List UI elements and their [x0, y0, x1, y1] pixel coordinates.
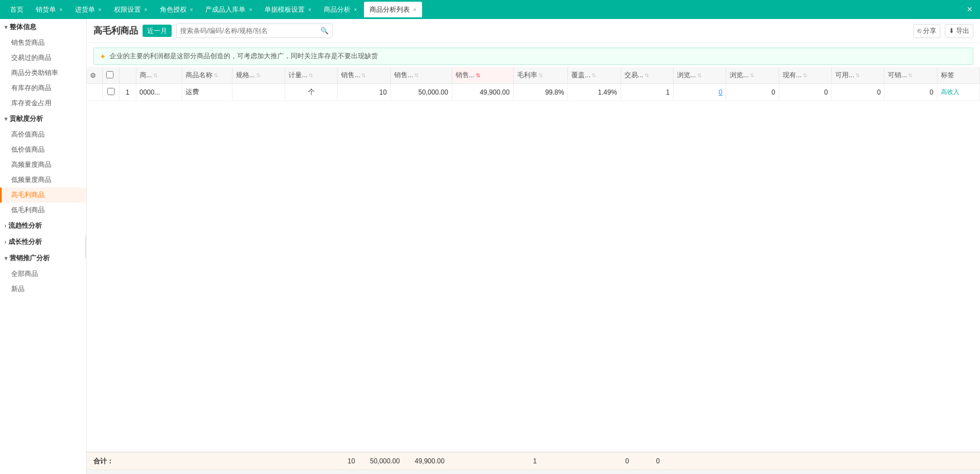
row-saleable: 0: [884, 84, 937, 101]
section-arrow-growth-analysis: ›: [4, 239, 6, 245]
sidebar-item-high-freq[interactable]: 高频量度商品: [0, 157, 86, 172]
sidebar-item-conversion-assist[interactable]: 商品分类助销率: [0, 65, 86, 81]
close-tab-permissions-icon[interactable]: ×: [144, 7, 148, 13]
sidebar-item-high-value[interactable]: 高价值商品: [0, 127, 86, 142]
sales-amount-col-header: 销售...⇅: [390, 67, 452, 84]
checkbox-col-header: [102, 67, 119, 84]
nav-tab-analysis[interactable]: 商品分析×: [318, 2, 363, 17]
search-input[interactable]: [180, 27, 318, 35]
content-area: 高毛利商品 近一月 🔍 ⎋ 分享 ⬇ 导出 ✦ 企业的主要的利润都是这部分商品创…: [87, 19, 980, 474]
tag-col-header: 标签: [937, 67, 979, 84]
tip-icon: ✦: [100, 52, 106, 61]
close-tab-analysis-list-icon[interactable]: ×: [413, 7, 416, 13]
row-sales-qty: 10: [338, 84, 390, 101]
nav-tab-analysis-list[interactable]: 商品分析列表×: [364, 2, 422, 17]
section-arrow-trend-analysis: ›: [4, 223, 6, 229]
sales-cost-col-header: 销售...⇅: [452, 67, 513, 84]
sidebar-section-growth-analysis[interactable]: ›成长性分析: [0, 234, 86, 250]
browse2-col-header: 浏览...⇅: [726, 67, 779, 84]
sidebar-item-inventory-capital[interactable]: 库存资金占用: [0, 96, 86, 111]
export-icon: ⬇: [949, 27, 954, 35]
sidebar-collapse-button[interactable]: «: [85, 236, 87, 258]
footer-sales-qty: 10: [328, 457, 358, 465]
sidebar-item-new-goods[interactable]: 新品: [0, 281, 86, 297]
sidebar-section-wealth-analysis[interactable]: ▾贡献度分析: [0, 111, 86, 127]
footer-label: 合计：: [93, 457, 136, 466]
row-tag: 高收入: [937, 84, 979, 101]
available-col-header: 可用...⇅: [832, 67, 884, 84]
row-browse2: 0: [726, 84, 779, 101]
row-unit: 个: [285, 84, 338, 101]
main-layout: « ▾整体信息销售货商品交易过的商品商品分类助销率有库存的商品库存资金占用▾贡献…: [0, 19, 980, 474]
sidebar-item-high-margin[interactable]: 高毛利商品: [0, 187, 86, 203]
info-banner: ✦ 企业的主要的利润都是这部分商品创造的，可考虑加大推广，同时关注库存是不要出现…: [93, 48, 973, 65]
nav-tab-sales[interactable]: 销货单×: [30, 2, 68, 17]
search-icon[interactable]: 🔍: [320, 27, 329, 35]
footer-sales-amount: 50,000.00: [358, 457, 403, 465]
close-tab-roles-icon[interactable]: ×: [190, 7, 193, 13]
section-arrow-overall: ▾: [4, 24, 7, 30]
export-button[interactable]: ⬇ 导出: [945, 24, 973, 38]
footer-trade: 1: [509, 457, 540, 465]
close-tab-analysis-icon[interactable]: ×: [354, 7, 357, 13]
row-spec: [232, 84, 285, 101]
section-arrow-wealth-analysis: ▾: [4, 116, 7, 122]
table-container: ⚙ 商...⇅ 商品名称⇅ 规格...⇅ 计量...⇅ 销售...⇅ 销售...…: [87, 67, 980, 452]
sidebar-section-marketing-analysis[interactable]: ▾营销推广分析: [0, 250, 86, 266]
nav-tab-permissions[interactable]: 权限设置×: [108, 2, 153, 17]
sidebar-item-low-value[interactable]: 低价值商品: [0, 142, 86, 157]
sidebar-item-low-freq[interactable]: 低频量度商品: [0, 172, 86, 187]
sidebar-item-all-goods[interactable]: 全部商品: [0, 266, 86, 281]
name-col-header: 商品名称⇅: [182, 67, 232, 84]
row-browse1[interactable]: 0: [673, 84, 726, 101]
close-all-button[interactable]: ×: [964, 4, 976, 15]
sidebar-item-inventory-goods[interactable]: 有库存的商品: [0, 81, 86, 96]
row-trade: 1: [621, 84, 673, 101]
row-select-checkbox[interactable]: [107, 88, 115, 95]
bottom-scrollbar: [87, 470, 980, 474]
close-tab-products-icon[interactable]: ×: [249, 7, 252, 13]
sidebar-item-traded-goods[interactable]: 交易过的商品: [0, 50, 86, 65]
row-code: 0000...: [136, 84, 182, 101]
footer-available: 0: [632, 457, 663, 465]
share-button[interactable]: ⎋ 分享: [913, 24, 940, 38]
footer-totals: 合计： 10 50,000.00 49,900.00 1 0 0: [87, 452, 980, 470]
row-sales-amount: 50,000.00: [390, 84, 452, 101]
sidebar-section-overall[interactable]: ▾整体信息: [0, 19, 86, 35]
nav-tab-roles[interactable]: 角色授权×: [154, 2, 199, 17]
code-col-header: 商...⇅: [136, 67, 182, 84]
sidebar-item-low-margin[interactable]: 低毛利商品: [0, 203, 86, 218]
sales-qty-col-header: 销售...⇅: [338, 67, 390, 84]
select-all-checkbox[interactable]: [106, 71, 113, 78]
top-navigation: 首页销货单×进货单×权限设置×角色授权×产成品入库单×单据模板设置×商品分析×商…: [0, 0, 980, 19]
close-tab-templates-icon[interactable]: ×: [308, 7, 311, 13]
row-settings[interactable]: [87, 84, 102, 101]
tag-badge: 高收入: [941, 88, 959, 95]
row-name: 运费: [182, 84, 232, 101]
footer-values: 10 50,000.00 49,900.00 1 0 0: [136, 457, 973, 465]
nav-tab-purchase[interactable]: 进货单×: [69, 2, 107, 17]
time-filter-button[interactable]: 近一月: [143, 25, 172, 37]
spec-col-header: 规格...⇅: [232, 67, 285, 84]
settings-col-header[interactable]: ⚙: [87, 67, 102, 84]
browse1-col-header: 浏览...⇅: [673, 67, 726, 84]
sidebar-section-trend-analysis[interactable]: ›流趋性分析: [0, 218, 86, 234]
nav-tab-templates[interactable]: 单据模板设置×: [259, 2, 317, 17]
data-table: ⚙ 商...⇅ 商品名称⇅ 规格...⇅ 计量...⇅ 销售...⇅ 销售...…: [87, 67, 980, 101]
header-actions: ⎋ 分享 ⬇ 导出: [913, 24, 973, 38]
nav-tab-home[interactable]: 首页: [4, 2, 29, 17]
page-title: 高毛利商品: [93, 25, 138, 37]
row-num: 1: [119, 84, 136, 101]
nav-tab-products[interactable]: 产成品入库单×: [200, 2, 258, 17]
row-sales-cost: 49,900.00: [452, 84, 513, 101]
current-col-header: 现有...⇅: [779, 67, 831, 84]
sidebar-item-hot-goods[interactable]: 销售货商品: [0, 35, 86, 50]
row-current: 0: [779, 84, 831, 101]
close-tab-purchase-icon[interactable]: ×: [98, 7, 102, 13]
table-row: 1 0000... 运费 个 10 50,000.00 49,900.00 99…: [87, 84, 980, 101]
close-tab-sales-icon[interactable]: ×: [59, 7, 63, 13]
coverage-col-header: 覆盖...⇅: [568, 67, 621, 84]
share-icon: ⎋: [917, 27, 921, 35]
row-margin-rate: 99.8%: [513, 84, 568, 101]
row-checkbox[interactable]: [102, 84, 119, 101]
